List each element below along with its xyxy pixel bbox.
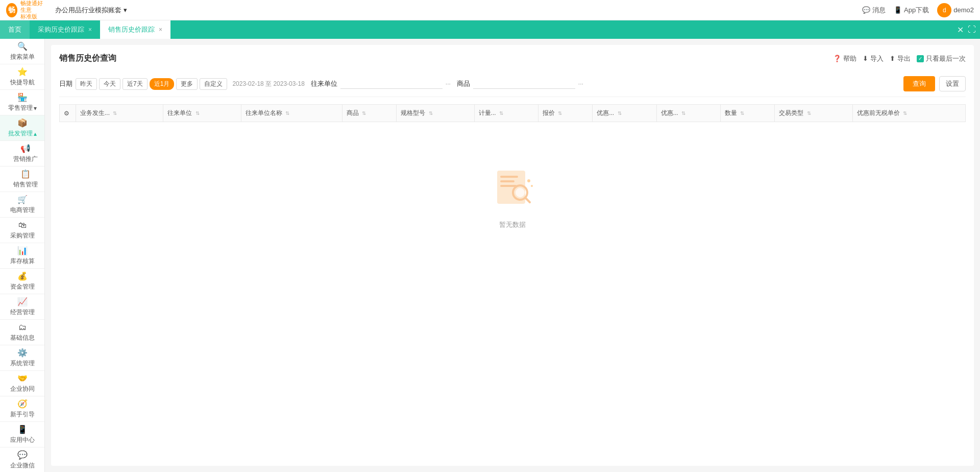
goods-filter-group: 商品 ···	[457, 79, 583, 89]
query-button[interactable]: 查询	[903, 76, 935, 91]
th-quote[interactable]: 报价 ⇅	[538, 105, 592, 122]
sidebar-item-sales-mgmt[interactable]: 📋 销售管理	[0, 167, 44, 192]
sidebar-item-marketing[interactable]: 📢 营销推广	[0, 141, 44, 167]
sidebar-item-enterprise[interactable]: 🤝 企业协同	[0, 371, 44, 396]
date-btn-yesterday[interactable]: 昨天	[76, 78, 97, 90]
help-icon: ❓	[833, 55, 841, 62]
sort-icon-counterparty: ⇅	[195, 110, 200, 116]
top-header: 畅 畅捷通好生意 标准版 办公用品行业模拟账套 ▾ 💬 消息 📱 App下载 d…	[0, 0, 980, 20]
tab-close-all-btn[interactable]: ✕	[957, 25, 964, 35]
workspace-name: 办公用品行业模拟账套	[55, 6, 121, 15]
svg-point-5	[516, 188, 525, 197]
tab-purchase[interactable]: 采购历史价跟踪 ×	[30, 20, 100, 39]
sidebar-item-retail[interactable]: 🏪 零售管理 ▾	[0, 90, 44, 115]
sort-icon-qty: ⇅	[740, 110, 744, 116]
sidebar-item-enterprise-wechat[interactable]: 💬 企业微信	[0, 447, 44, 472]
empty-illustration	[487, 163, 538, 214]
sidebar-item-ecommerce[interactable]: 🛒 电商管理	[0, 192, 44, 218]
header-right: 💬 消息 📱 App下载 d demo2	[862, 3, 974, 17]
th-pre-tax-price[interactable]: 优惠前无税单价 ⇅	[852, 105, 965, 122]
th-gear[interactable]: ⚙	[60, 105, 76, 122]
wholesale-label-row: 批发管理 ▴	[8, 129, 37, 138]
message-label: 消息	[872, 6, 886, 15]
sidebar-item-guide-label: 新手引导	[10, 410, 35, 419]
purchase-icon: 🛍	[18, 221, 27, 230]
only-last-toggle[interactable]: ✓ 只看最后一次	[917, 54, 966, 63]
sidebar-item-search-menu[interactable]: 🔍 搜索菜单	[0, 39, 44, 64]
date-btn-custom[interactable]: 自定义	[200, 78, 227, 90]
sidebar-item-app-center[interactable]: 📱 应用中心	[0, 422, 44, 447]
svg-line-6	[525, 198, 530, 202]
sidebar-item-system[interactable]: ⚙️ 系统管理	[0, 345, 44, 371]
date-filter-group: 日期 昨天 今天 近7天 近1月 更多 自定义 2023-02-18 至 202…	[59, 78, 305, 90]
goods-input[interactable]	[473, 79, 575, 89]
sidebar-item-sales-mgmt-label: 销售管理	[13, 180, 38, 189]
sales-tab-close[interactable]: ×	[159, 26, 162, 33]
import-label: 导入	[870, 54, 884, 63]
th-counterparty-name[interactable]: 往来单位名称 ⇅	[241, 105, 342, 122]
user-area[interactable]: d demo2	[937, 3, 974, 17]
date-btn-1month[interactable]: 近1月	[150, 78, 175, 90]
ecommerce-icon: 🛒	[17, 195, 28, 204]
table-wrapper: ⚙ 业务发生... ⇅ 往来单位 ⇅ 往来单位名称	[59, 104, 966, 270]
th-qty[interactable]: 数量 ⇅	[721, 105, 775, 122]
sidebar-item-search-menu-label: 搜索菜单	[10, 53, 35, 61]
import-btn[interactable]: ⬇ 导入	[863, 54, 884, 63]
th-discount2[interactable]: 优惠... ⇅	[656, 105, 720, 122]
sidebar-item-guide[interactable]: 🧭 新手引导	[0, 396, 44, 422]
th-counterparty[interactable]: 往来单位 ⇅	[163, 105, 241, 122]
sidebar-item-quick-nav[interactable]: ⭐ 快捷导航	[0, 64, 44, 90]
th-trade-type[interactable]: 交易类型 ⇅	[775, 105, 852, 122]
sidebar-item-app-center-label: 应用中心	[10, 436, 35, 444]
settings-button[interactable]: 设置	[939, 76, 966, 91]
th-spec[interactable]: 规格型号 ⇅	[397, 105, 474, 122]
sidebar-item-purchase[interactable]: 🛍 采购管理	[0, 218, 44, 243]
main-layout: 🔍 搜索菜单 ⭐ 快捷导航 🏪 零售管理 ▾ 📦 批发管理 ▴ 📢 营销推广	[0, 39, 980, 472]
app-download-label: App下载	[904, 6, 929, 15]
guide-icon: 🧭	[17, 399, 28, 409]
only-last-checkbox[interactable]: ✓	[917, 55, 924, 62]
sidebar-item-inventory[interactable]: 📊 库存核算	[0, 243, 44, 269]
counterparty-filter-label: 往来单位	[311, 79, 337, 88]
page-container: 销售历史价查询 ❓ 帮助 ⬇ 导入 ⬆ 导出 ✓	[51, 45, 974, 466]
sidebar-item-wholesale-label: 批发管理	[8, 129, 33, 138]
app-download-btn[interactable]: 📱 App下载	[894, 6, 929, 15]
sidebar-item-wholesale[interactable]: 📦 批发管理 ▴	[0, 115, 44, 141]
tab-list: 首页 采购历史价跟踪 × 销售历史价跟踪 ×	[0, 20, 170, 39]
tab-home[interactable]: 首页	[0, 20, 30, 39]
tab-sales[interactable]: 销售历史价跟踪 ×	[100, 20, 170, 39]
workspace-selector[interactable]: 办公用品行业模拟账套 ▾	[51, 4, 131, 17]
date-btn-7days[interactable]: 近7天	[122, 78, 148, 90]
help-btn[interactable]: ❓ 帮助	[833, 54, 856, 63]
counterparty-input[interactable]	[340, 79, 443, 89]
gear-icon: ⚙	[64, 110, 69, 117]
sidebar-item-basic[interactable]: 🗂 基础信息	[0, 320, 44, 345]
svg-rect-1	[500, 176, 518, 178]
sidebar-item-operation-label: 经营管理	[10, 308, 35, 317]
retail-icon: 🏪	[17, 92, 28, 102]
counterparty-filter-group: 往来单位 ···	[311, 79, 451, 89]
sort-icon-goods: ⇅	[362, 110, 366, 116]
quick-nav-icon: ⭐	[17, 67, 28, 77]
export-btn[interactable]: ⬆ 导出	[890, 54, 911, 63]
tab-maximize-btn[interactable]: ⛶	[968, 25, 976, 34]
purchase-tab-close[interactable]: ×	[88, 26, 92, 33]
th-discount1[interactable]: 优惠... ⇅	[593, 105, 656, 122]
home-tab-label: 首页	[8, 25, 21, 34]
enterprise-wechat-icon: 💬	[17, 450, 28, 460]
sidebar-item-operation[interactable]: 📈 经营管理	[0, 294, 44, 320]
sidebar-item-marketing-label: 营销推广	[13, 155, 38, 163]
sidebar-item-finance[interactable]: 💰 资金管理	[0, 269, 44, 294]
message-btn[interactable]: 💬 消息	[862, 6, 886, 15]
logo-text: 畅捷通好生意 标准版	[20, 0, 47, 20]
basic-icon: 🗂	[18, 323, 27, 332]
date-btn-today[interactable]: 今天	[99, 78, 120, 90]
import-icon: ⬇	[863, 55, 868, 62]
sidebar: 🔍 搜索菜单 ⭐ 快捷导航 🏪 零售管理 ▾ 📦 批发管理 ▴ 📢 营销推广	[0, 39, 45, 472]
th-biz-date[interactable]: 业务发生... ⇅	[76, 105, 163, 122]
sales-tab-label: 销售历史价跟踪	[108, 25, 155, 34]
tab-bar: 首页 采购历史价跟踪 × 销售历史价跟踪 × ✕ ⛶	[0, 20, 980, 39]
date-btn-more[interactable]: 更多	[176, 78, 198, 90]
th-unit[interactable]: 计量... ⇅	[474, 105, 538, 122]
th-goods[interactable]: 商品 ⇅	[342, 105, 397, 122]
